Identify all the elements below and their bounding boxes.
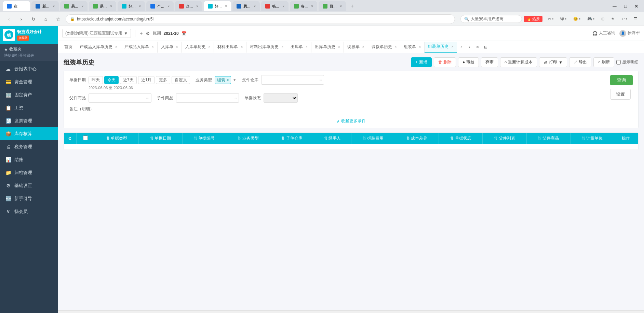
export-button[interactable]: ↗ 导出 bbox=[569, 57, 591, 67]
browser-tab-8[interactable]: 好... × bbox=[204, 1, 231, 11]
page-tab-material-out[interactable]: 材料出库单 × bbox=[214, 42, 246, 53]
browser-tab-1[interactable]: 在 bbox=[3, 1, 30, 11]
tab-close-12[interactable]: × bbox=[340, 4, 342, 8]
table-col-handler[interactable]: ⇅ 经手人 bbox=[314, 133, 351, 144]
table-select-all[interactable] bbox=[83, 136, 88, 140]
table-col-bill-status[interactable]: ⇅ 单据状态 bbox=[439, 133, 483, 144]
tab-close-11[interactable]: × bbox=[311, 4, 313, 8]
page-tab-material-out-history[interactable]: 材料出库单历史 × bbox=[246, 42, 287, 53]
browser-tab-7[interactable]: 企... × bbox=[175, 1, 202, 11]
date-btn-7days[interactable]: 近7天 bbox=[120, 76, 137, 84]
emoji-button[interactable]: 😊 • bbox=[571, 15, 583, 23]
back-button[interactable]: ‹ bbox=[4, 14, 14, 24]
set-button[interactable]: 设置 bbox=[610, 89, 631, 100]
sidebar-item-tax[interactable]: 🖨 税务管理 bbox=[0, 140, 58, 153]
delete-button[interactable]: 🗑 删除 bbox=[434, 57, 456, 67]
page-tab-close-10[interactable]: × bbox=[395, 45, 397, 49]
child-goods-more-icon[interactable]: ··· bbox=[233, 96, 237, 100]
game-button[interactable]: 🎮 • bbox=[585, 15, 597, 23]
add-company-button[interactable]: + bbox=[139, 30, 143, 37]
page-tab-produce-in[interactable]: 产成品入库单 × bbox=[121, 42, 158, 53]
page-tab-close-7[interactable]: × bbox=[306, 45, 308, 49]
table-col-child-warehouse[interactable]: ⇅ 子件仓库 bbox=[270, 133, 314, 144]
user-button[interactable]: 👤 徐泽华 bbox=[619, 30, 640, 37]
order-status-select[interactable] bbox=[264, 93, 298, 103]
date-btn-custom[interactable]: 自定义 bbox=[172, 76, 190, 84]
biz-type-dropdown-icon[interactable]: ▼ bbox=[232, 77, 237, 82]
browser-tab-5[interactable]: 好... × bbox=[118, 1, 145, 11]
table-col-parent-goods[interactable]: ⇅ 父件商品 bbox=[526, 133, 570, 144]
parent-warehouse-more-icon[interactable]: ··· bbox=[319, 77, 322, 82]
page-tab-in-history[interactable]: 入库单历史 × bbox=[182, 42, 214, 53]
page-tab-out-order[interactable]: 出库单 × bbox=[287, 42, 311, 53]
biz-type-tag-close[interactable]: × bbox=[227, 78, 229, 82]
sidebar-item-member[interactable]: V 畅会员 bbox=[0, 205, 58, 218]
new-tab-button[interactable]: + bbox=[347, 1, 357, 11]
date-btn-yesterday[interactable]: 昨天 bbox=[89, 76, 103, 84]
tab-nav-left[interactable]: ‹ bbox=[457, 42, 465, 53]
page-tab-home[interactable]: 首页 bbox=[61, 42, 76, 53]
page-tab-close-1[interactable]: × bbox=[115, 45, 117, 49]
browser-tab-10[interactable]: 畅... × bbox=[261, 1, 289, 11]
child-goods-input[interactable] bbox=[176, 93, 239, 103]
menu-button[interactable]: ☰ bbox=[631, 15, 640, 23]
page-tab-close-12[interactable]: × bbox=[451, 45, 453, 48]
table-col-unit[interactable]: ⇅ 计量单位 bbox=[570, 133, 614, 144]
bottom-scrollbar[interactable] bbox=[58, 310, 644, 313]
sidebar-item-fund[interactable]: 💳 资金管理 bbox=[0, 75, 58, 88]
query-button[interactable]: 查询 bbox=[610, 75, 633, 85]
tab-close-current[interactable]: ✕ bbox=[473, 42, 482, 53]
tab-close-5[interactable]: × bbox=[139, 4, 141, 8]
table-col-disassemble-cost[interactable]: ⇅ 拆装费用 bbox=[351, 133, 395, 144]
sidebar-item-archive[interactable]: 📁 归档管理 bbox=[0, 166, 58, 179]
table-col-parent-list[interactable]: ⇅ 父件列表 bbox=[483, 133, 526, 144]
parent-goods-more-icon[interactable]: ··· bbox=[146, 96, 149, 100]
table-checkbox-col[interactable] bbox=[76, 133, 95, 144]
forward-button[interactable]: › bbox=[16, 14, 26, 24]
page-tab-close-6[interactable]: × bbox=[281, 45, 283, 49]
page-tab-out-history[interactable]: 出库单历史 × bbox=[311, 42, 344, 53]
sidebar-item-guide[interactable]: 🆕 新手引导 bbox=[0, 192, 58, 205]
maximize-button[interactable]: □ bbox=[621, 1, 630, 11]
tab-more-options[interactable]: ⊟ bbox=[482, 42, 490, 53]
recalc-button[interactable]: ○ 重新计算成本 bbox=[500, 57, 537, 67]
page-tab-close-5[interactable]: × bbox=[241, 45, 243, 49]
sun-button[interactable]: ☀ bbox=[608, 15, 617, 23]
page-tab-close-8[interactable]: × bbox=[338, 45, 340, 49]
service-button[interactable]: 🎧 人工咨询 bbox=[592, 30, 615, 36]
page-tab-assemble[interactable]: 组装单 × bbox=[400, 42, 425, 53]
table-col-cost-diff[interactable]: ⇅ 成本差异 bbox=[395, 133, 439, 144]
translate-button[interactable]: 译 • bbox=[558, 15, 569, 23]
star-button[interactable]: ☆ bbox=[53, 14, 63, 24]
parent-warehouse-input[interactable] bbox=[261, 75, 324, 85]
page-tab-close-3[interactable]: × bbox=[176, 45, 178, 49]
page-tab-close-9[interactable]: × bbox=[362, 45, 364, 49]
tab-close-2[interactable]: × bbox=[53, 4, 55, 8]
table-col-biz-type[interactable]: ⇅ 业务类型 bbox=[226, 133, 270, 144]
home-nav-button[interactable]: ⌂ bbox=[41, 14, 51, 24]
tab-close-6[interactable]: × bbox=[167, 4, 170, 8]
minimize-button[interactable]: ─ bbox=[610, 1, 619, 11]
tab-close-3[interactable]: × bbox=[81, 4, 83, 8]
parent-goods-input[interactable] bbox=[89, 93, 151, 103]
hot-search-button[interactable]: 🔥 热搜 bbox=[524, 16, 542, 22]
sidebar-item-inventory[interactable]: 📦 库存核算 bbox=[0, 127, 58, 140]
sidebar-item-basic-settings[interactable]: ⚙ 基础设置 bbox=[0, 179, 58, 192]
cut-button[interactable]: ✂ • bbox=[545, 15, 556, 23]
page-tab-adjust[interactable]: 调拨单 × bbox=[344, 42, 368, 53]
page-tab-close-2[interactable]: × bbox=[152, 45, 154, 49]
tab-close-10[interactable]: × bbox=[282, 4, 284, 8]
sidebar-item-settlement[interactable]: 📊 结账 bbox=[0, 153, 58, 166]
page-tab-adjust-history[interactable]: 调拨单历史 × bbox=[368, 42, 401, 53]
browser-tab-12[interactable]: 目... × bbox=[319, 1, 346, 11]
page-tab-close-4[interactable]: × bbox=[209, 45, 211, 49]
close-window-button[interactable]: ✕ bbox=[632, 1, 641, 11]
tab-close-4[interactable]: × bbox=[110, 4, 112, 8]
abandon-button[interactable]: 弃审 bbox=[481, 57, 498, 67]
add-button[interactable]: + 新增 bbox=[411, 57, 431, 67]
period-selector[interactable]: 账期 2021-10 📅 bbox=[153, 30, 187, 36]
table-col-bill-no[interactable]: ⇅ 单据编号 bbox=[183, 133, 226, 144]
show-detail-input[interactable] bbox=[616, 60, 621, 65]
tab-nav-right[interactable]: › bbox=[465, 42, 473, 53]
table-settings-col[interactable]: ⚙ bbox=[64, 133, 76, 144]
